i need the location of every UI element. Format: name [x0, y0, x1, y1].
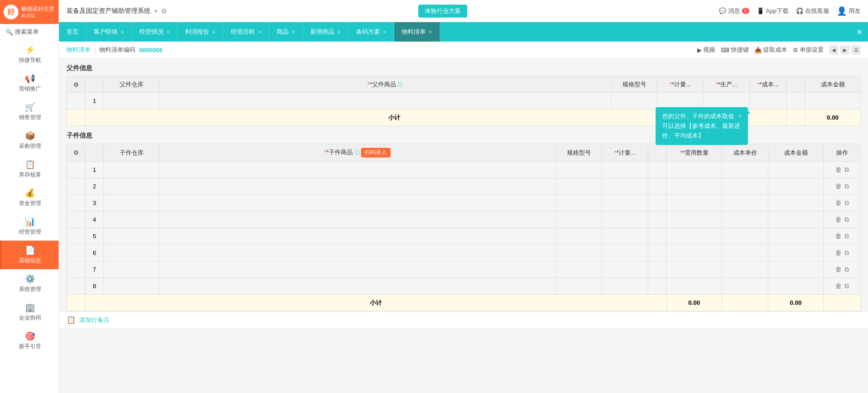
child-row1-qty[interactable] [667, 162, 722, 178]
tab-product-close[interactable]: ✕ [291, 30, 295, 35]
child-row3-cost-price[interactable] [722, 195, 768, 212]
child-row6-spec[interactable] [556, 245, 602, 261]
tooltip-close[interactable]: × [738, 112, 741, 121]
tab-home[interactable]: 首页 [59, 22, 86, 42]
tab-operations[interactable]: 经营情况 ✕ [132, 22, 178, 42]
tab-history-close[interactable]: ✕ [258, 30, 261, 35]
tab-bom[interactable]: 物料清单 ✕ [394, 22, 440, 42]
child-row3-warehouse[interactable] [104, 195, 159, 212]
child-row1-spec[interactable] [556, 162, 602, 178]
child-row2-cost-price[interactable] [722, 178, 768, 195]
child-row8-delete-icon[interactable]: 🗑 [835, 282, 842, 290]
bottom-text[interactable]: 添加行备注 [79, 316, 109, 324]
child-row4-copy-icon[interactable]: ⧉ [844, 216, 849, 224]
next-btn[interactable]: ▶ [840, 45, 850, 54]
child-row4-warehouse[interactable] [104, 212, 159, 228]
child-row6-product[interactable] [159, 245, 556, 261]
child-row8-product[interactable] [159, 278, 556, 295]
shortcut-action[interactable]: ⌨ 快捷键 [721, 46, 749, 54]
settings-icon[interactable]: ⚙ [161, 7, 167, 15]
child-row7-cost-price[interactable] [722, 261, 768, 278]
child-row5-copy-icon[interactable]: ⧉ [844, 232, 849, 240]
parent-col-gear[interactable]: ⚙ [67, 77, 85, 93]
child-row2-unit[interactable] [602, 178, 648, 195]
sidebar-item-enterprise[interactable]: 🏢 企业协同 [0, 298, 59, 326]
child-row4-cost-price[interactable] [722, 212, 768, 228]
tab-new-product[interactable]: 新增商品 ✕ [303, 22, 349, 42]
child-row8-warehouse[interactable] [104, 278, 159, 295]
child-row5-warehouse[interactable] [104, 228, 159, 245]
message-action[interactable]: 💬 消息 6 [719, 7, 749, 15]
tab-profit[interactable]: 利润报告 ✕ [178, 22, 223, 42]
child-row2-product[interactable] [159, 178, 556, 195]
child-row3-product[interactable] [159, 195, 556, 212]
sidebar-item-quick-nav[interactable]: ⚡ 快捷导航 [0, 40, 59, 69]
parent-product-info-icon[interactable]: ⓘ [398, 82, 403, 87]
tab-profit-close[interactable]: ✕ [212, 30, 216, 35]
tab-bom-close[interactable]: ✕ [428, 30, 432, 35]
child-row7-qty[interactable] [667, 261, 722, 278]
child-row5-unit[interactable] [602, 228, 648, 245]
single-setting-action[interactable]: ⚙ 单据设置 [793, 46, 824, 54]
child-row1-product[interactable] [159, 162, 556, 178]
list-btn[interactable]: ☰ [851, 45, 861, 54]
child-row2-warehouse[interactable] [104, 178, 159, 195]
child-row8-cost-price[interactable] [722, 278, 768, 295]
child-row5-product[interactable] [159, 228, 556, 245]
sidebar-item-finance[interactable]: 💰 资金管理 [0, 183, 59, 212]
child-row2-qty[interactable] [667, 178, 722, 195]
sidebar-item-marketing[interactable]: 📢 营销推广 [0, 69, 59, 97]
sidebar-search[interactable]: 🔍 搜索菜单 [0, 24, 59, 40]
parent-row1-product[interactable] [159, 93, 611, 109]
sidebar-item-sales[interactable]: 🛒 销售管理 [0, 97, 59, 126]
sidebar-item-inventory[interactable]: 📋 库存核算 [0, 155, 59, 183]
child-row3-spec[interactable] [556, 195, 602, 212]
child-row6-warehouse[interactable] [104, 245, 159, 261]
child-row1-warehouse[interactable] [104, 162, 159, 178]
child-row6-cost-price[interactable] [722, 245, 768, 261]
dropdown-arrow-icon[interactable]: ▾ [154, 7, 157, 15]
child-row6-delete-icon[interactable]: 🗑 [835, 249, 842, 257]
child-row7-spec[interactable] [556, 261, 602, 278]
child-row1-copy-icon[interactable]: ⧉ [844, 166, 849, 174]
sidebar-item-purchase[interactable]: 📦 采购管理 [0, 126, 59, 155]
child-row1-delete-icon[interactable]: 🗑 [835, 166, 842, 174]
sidebar-item-operations[interactable]: 📊 经营管理 [0, 212, 59, 241]
child-row8-unit[interactable] [602, 278, 648, 295]
child-row7-warehouse[interactable] [104, 261, 159, 278]
tab-new-product-close[interactable]: ✕ [337, 30, 341, 35]
scan-button[interactable]: 扫码录入 [361, 148, 391, 157]
tab-customer[interactable]: 客户联络 ✕ [86, 22, 132, 42]
online-service-action[interactable]: 🎧 在线客服 [796, 7, 829, 15]
sidebar-item-guide[interactable]: 🎯 新手引导 [0, 326, 59, 355]
child-row4-unit[interactable] [602, 212, 648, 228]
parent-row1-cost[interactable] [750, 93, 787, 109]
trial-button[interactable]: 体验行业方案 [418, 5, 467, 18]
tab-barcode[interactable]: 条码方案 ✕ [349, 22, 394, 42]
prev-btn[interactable]: ◀ [829, 45, 838, 54]
child-row3-copy-icon[interactable]: ⧉ [844, 199, 849, 207]
child-row2-delete-icon[interactable]: 🗑 [835, 182, 842, 190]
sidebar-item-system[interactable]: ⚙️ 系统管理 [0, 269, 59, 298]
extract-cost-action[interactable]: 📥 提取成本 [754, 46, 787, 54]
child-row3-delete-icon[interactable]: 🗑 [835, 199, 842, 207]
child-row7-delete-icon[interactable]: 🗑 [835, 266, 842, 273]
child-row4-delete-icon[interactable]: 🗑 [835, 216, 842, 224]
child-row5-cost-price[interactable] [722, 228, 768, 245]
breadcrumb-main[interactable]: 物料清单 [66, 46, 90, 54]
child-row4-spec[interactable] [556, 212, 602, 228]
child-row8-copy-icon[interactable]: ⧉ [844, 282, 849, 290]
tab-operations-close[interactable]: ✕ [166, 30, 170, 35]
child-row5-spec[interactable] [556, 228, 602, 245]
app-download-action[interactable]: 📱 App下载 [757, 7, 789, 15]
view-action[interactable]: ▶ 视频 [697, 46, 715, 54]
parent-row1-warehouse[interactable] [104, 93, 159, 109]
child-row7-copy-icon[interactable]: ⧉ [844, 266, 849, 273]
tabs-close-all[interactable]: ✕ [851, 28, 868, 36]
tab-history[interactable]: 经营历程 ✕ [223, 22, 269, 42]
child-row1-unit[interactable] [602, 162, 648, 178]
child-row6-unit[interactable] [602, 245, 648, 261]
tab-customer-close[interactable]: ✕ [121, 30, 124, 35]
child-row4-product[interactable] [159, 212, 556, 228]
child-row5-delete-icon[interactable]: 🗑 [835, 232, 842, 240]
